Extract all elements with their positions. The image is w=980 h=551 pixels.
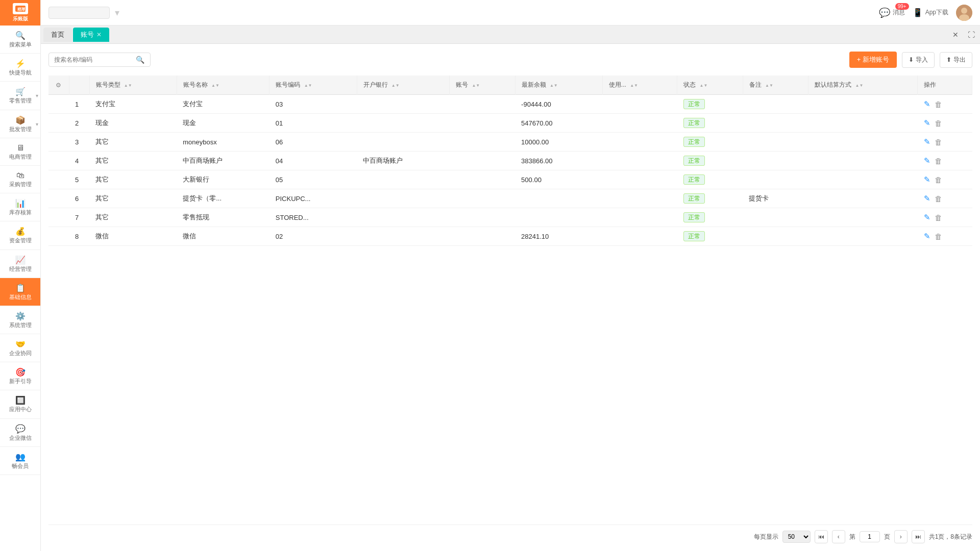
row-remark-cell (743, 114, 808, 133)
app-center-icon: 🔲 (15, 395, 26, 405)
table-search-input[interactable] (54, 56, 136, 63)
tab-account-close[interactable]: ✕ (96, 31, 102, 38)
next-page-button[interactable]: › (894, 530, 908, 543)
sidebar-item-wholesale-mgmt[interactable]: 📦 批发管理 ▾ (0, 110, 40, 138)
row-account-name-cell: 现金 (177, 114, 270, 133)
action-buttons: ✎ 🗑 (924, 232, 966, 241)
table-row: 6 其它 提货卡（零... PICKUPC... 正常 提货卡 ✎ 🗑 (48, 189, 972, 208)
edit-button[interactable]: ✎ (924, 232, 930, 241)
edit-button[interactable]: ✎ (924, 137, 930, 146)
page-size-select[interactable]: 10 20 50 100 (782, 531, 811, 543)
delete-button[interactable]: 🗑 (935, 176, 942, 184)
edit-button[interactable]: ✎ (924, 213, 930, 222)
sidebar-item-purchase-mgmt[interactable]: 🛍 采购管理 (0, 166, 40, 193)
logo-icon: 稻草人 (13, 3, 28, 14)
col-settings[interactable]: ⚙ (48, 76, 69, 95)
last-page-button[interactable]: ⏭ (912, 530, 925, 543)
sidebar-item-app-center[interactable]: 🔲 应用中心 (0, 390, 40, 418)
account-table-wrap: ⚙ 账号类型 ▲▼ 账号名称 ▲▼ 账号编码 ▲▼ (48, 76, 972, 524)
sidebar-item-ops-label: 经营管理 (9, 266, 32, 272)
basic-info-icon: 📋 (15, 283, 26, 293)
export-button[interactable]: ⬆ 导出 (940, 52, 972, 68)
sidebar-item-biz-wechat[interactable]: 💬 企业微信 (0, 419, 40, 447)
col-account-code-sort[interactable]: ▲▼ (304, 83, 312, 88)
row-latest-balance-cell (515, 208, 602, 227)
sidebar-item-biz-agreement[interactable]: 🤝 企业协同 (0, 334, 40, 362)
col-status[interactable]: 状态 ▲▼ (677, 76, 743, 95)
edit-button[interactable]: ✎ (924, 156, 930, 165)
sidebar-item-quick-nav[interactable]: ⚡ 快捷导航 (0, 54, 40, 82)
sidebar-item-search-menu[interactable]: 🔍 搜索菜单 (0, 26, 40, 54)
topbar-dropdown-icon[interactable]: ▾ (115, 7, 119, 18)
window-close-button[interactable]: ✕ (950, 30, 961, 40)
col-account-no-sort[interactable]: ▲▼ (472, 83, 480, 88)
row-settings-cell (48, 152, 69, 170)
row-remark-cell: 提货卡 (743, 189, 808, 208)
delete-button[interactable]: 🗑 (935, 100, 942, 109)
delete-button[interactable]: 🗑 (935, 213, 942, 222)
page-number-input[interactable] (860, 531, 880, 542)
action-buttons: ✎ 🗑 (924, 175, 966, 184)
row-default-settlement-cell (808, 114, 918, 133)
message-button[interactable]: 💬 消息 99+ (879, 7, 905, 18)
sidebar-item-new-guide[interactable]: 🎯 新手引导 (0, 362, 40, 390)
col-status-sort[interactable]: ▲▼ (699, 83, 707, 88)
sidebar-item-ops-mgmt[interactable]: 📈 经营管理 (0, 250, 40, 278)
col-bank[interactable]: 开户银行 ▲▼ (357, 76, 450, 95)
sidebar-item-retail-mgmt[interactable]: 🛒 零售管理 ▾ (0, 82, 40, 110)
table-row: 7 其它 零售抵现 STORED... 正常 ✎ 🗑 (48, 208, 972, 227)
row-bank-cell (357, 208, 450, 227)
app-download-label: App下载 (925, 8, 948, 17)
per-page-label: 每页显示 (754, 533, 778, 541)
col-account-type[interactable]: 账号类型 ▲▼ (89, 76, 177, 95)
row-account-no-cell (450, 133, 516, 152)
col-default-settlement-sort[interactable]: ▲▼ (855, 83, 863, 88)
add-account-button[interactable]: + 新增账号 (849, 52, 897, 68)
table-body: 1 支付宝 支付宝 03 -90444.00 正常 ✎ 🗑 2 现金 现 (48, 95, 972, 246)
col-account-code[interactable]: 账号编码 ▲▼ (270, 76, 357, 95)
col-bank-sort[interactable]: ▲▼ (391, 83, 400, 88)
col-usage-sort[interactable]: ▲▼ (630, 83, 638, 88)
sidebar-item-basic-info[interactable]: 📋 基础信息 (0, 278, 40, 306)
sidebar-item-quick-nav-label: 快捷导航 (9, 69, 32, 76)
import-button[interactable]: ⬇ 导入 (902, 52, 935, 68)
tab-account[interactable]: 账号 ✕ (73, 28, 109, 42)
col-latest-balance-sort[interactable]: ▲▼ (550, 83, 558, 88)
sidebar-item-member[interactable]: 👥 畅会员 (0, 447, 40, 475)
delete-button[interactable]: 🗑 (935, 119, 942, 128)
row-default-settlement-cell (808, 189, 918, 208)
avatar[interactable] (956, 5, 972, 21)
sidebar-item-sys-mgmt[interactable]: ⚙️ 系统管理 (0, 306, 40, 334)
col-remark-sort[interactable]: ▲▼ (765, 83, 773, 88)
tab-home[interactable]: 首页 (43, 28, 72, 42)
col-settings-icon[interactable]: ⚙ (56, 82, 61, 89)
sidebar-item-inventory[interactable]: 📊 库存核算 (0, 193, 40, 221)
sidebar-item-ecom-mgmt[interactable]: 🖥 电商管理 (0, 138, 40, 166)
edit-button[interactable]: ✎ (924, 194, 930, 203)
tab-account-label: 账号 (81, 30, 94, 39)
col-usage[interactable]: 使用... ▲▼ (602, 76, 677, 95)
delete-button[interactable]: 🗑 (935, 194, 942, 203)
col-account-name[interactable]: 账号名称 ▲▼ (177, 76, 270, 95)
col-account-name-sort[interactable]: ▲▼ (211, 83, 219, 88)
delete-button[interactable]: 🗑 (935, 138, 942, 146)
sidebar-item-finance-mgmt[interactable]: 💰 资金管理 (0, 221, 40, 249)
col-account-no[interactable]: 账号 ▲▼ (450, 76, 516, 95)
row-settings-cell (48, 114, 69, 133)
topbar-search-input[interactable] (48, 7, 110, 19)
edit-button[interactable]: ✎ (924, 175, 930, 184)
window-maximize-button[interactable]: ⛶ (965, 30, 977, 40)
prev-page-button[interactable]: ‹ (832, 530, 845, 543)
col-account-type-sort[interactable]: ▲▼ (124, 83, 132, 88)
tabbar: 首页 账号 ✕ ✕ ⛶ (41, 26, 980, 44)
col-remark[interactable]: 备注 ▲▼ (743, 76, 808, 95)
search-icon[interactable]: 🔍 (136, 56, 144, 64)
edit-button[interactable]: ✎ (924, 118, 930, 128)
delete-button[interactable]: 🗑 (935, 232, 942, 241)
col-latest-balance[interactable]: 最新余额 ▲▼ (515, 76, 602, 95)
delete-button[interactable]: 🗑 (935, 157, 942, 165)
app-download-button[interactable]: 📱 App下载 (913, 8, 948, 17)
edit-button[interactable]: ✎ (924, 99, 930, 109)
first-page-button[interactable]: ⏮ (815, 530, 828, 543)
col-default-settlement[interactable]: 默认结算方式 ▲▼ (808, 76, 918, 95)
